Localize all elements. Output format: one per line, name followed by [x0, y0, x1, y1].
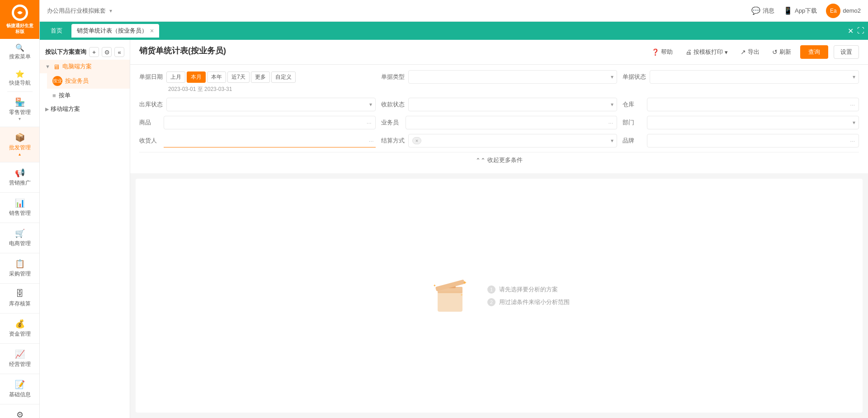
- date-btn-7days[interactable]: 近7天: [227, 71, 250, 83]
- warehouse-picker[interactable]: ···: [647, 98, 859, 111]
- payment-method-field[interactable]: × ▾: [408, 134, 618, 147]
- filter-row-1: 单据日期 上月 本月 本年 近7天 更多 自定义 单据类型: [139, 70, 859, 84]
- payment-status-select[interactable]: [408, 98, 618, 111]
- help-button[interactable]: ❓ 帮助: [648, 46, 676, 58]
- date-btn-this-year[interactable]: 本年: [207, 71, 226, 83]
- doc-status-filter-item: 单据状态: [623, 70, 859, 84]
- tab-label: 销货单统计表（按业务员）: [77, 27, 147, 35]
- sidebar-item-marketing[interactable]: 📢 营销推广: [0, 162, 39, 193]
- consignee-dots-icon: ···: [369, 138, 374, 144]
- content-area: 按以下方案查询 + ⊙ « ▼ 🖥 电脑端方案 按业 按业务员: [40, 40, 868, 418]
- basic-info-icon: 📝: [15, 380, 25, 390]
- purchase-icon: 📋: [15, 259, 25, 269]
- empty-illustration: ✦ ✦ ★: [429, 273, 474, 318]
- sidebar-item-purchase[interactable]: 📋 采购管理: [0, 253, 39, 284]
- sidebar-item-label: 采购管理: [9, 270, 31, 278]
- query-button[interactable]: 查询: [800, 45, 828, 59]
- download-icon: 📱: [783, 6, 793, 15]
- tab-home[interactable]: 首页: [43, 24, 70, 38]
- right-content: 销货单统计表(按业务员) ❓ 帮助 🖨 按模板打印 ▾ ↗ 导出: [130, 40, 868, 418]
- sidebar-item-search[interactable]: 🔍 搜索菜单: [7, 39, 33, 65]
- collapse-label: 收起更多条件: [487, 156, 523, 164]
- filter-row-2: 出库状态 收款状态: [139, 98, 859, 111]
- empty-step-1: 1 请先选择要分析的方案: [487, 285, 570, 294]
- tag-close-btn[interactable]: ×: [415, 138, 418, 143]
- step-1-number: 1: [487, 285, 495, 294]
- sidebar-item-label: 资金管理: [9, 330, 31, 338]
- sidebar-item-finance[interactable]: 💰 资金管理: [0, 314, 39, 344]
- export-button[interactable]: ↗ 导出: [737, 46, 763, 58]
- salesperson-picker[interactable]: ···: [406, 116, 618, 129]
- dept-select[interactable]: [647, 116, 859, 129]
- collapse-panel-button[interactable]: «: [114, 47, 124, 57]
- tab-close-button[interactable]: ×: [150, 27, 154, 34]
- left-panel: 按以下方案查询 + ⊙ « ▼ 🖥 电脑端方案 按业 按业务员: [40, 40, 130, 418]
- page-actions: ❓ 帮助 🖨 按模板打印 ▾ ↗ 导出 ↺ 刷新: [648, 45, 859, 64]
- settings-button[interactable]: 设置: [834, 45, 859, 59]
- sidebar-item-label: 销售管理: [9, 209, 31, 217]
- date-range-text: 2023-03-01 至 2023-03-31: [168, 86, 232, 92]
- message-label: 消息: [763, 7, 774, 15]
- user-profile[interactable]: Ea demo2: [826, 4, 861, 18]
- tree-children: 按业 按业务员 ≡ 按单: [40, 73, 130, 102]
- sidebar-item-retail[interactable]: 🏪 零售管理 ▾: [0, 92, 39, 127]
- tab-maximize-icon[interactable]: ⛶: [857, 27, 864, 35]
- sidebar-item-basic-info[interactable]: 📝 基础信息: [0, 374, 39, 404]
- sidebar-item-inventory[interactable]: 🗄 库存核算: [0, 284, 39, 314]
- mobile-scheme-header[interactable]: ▶ 移动端方案: [40, 102, 130, 116]
- message-action[interactable]: 💬 消息: [751, 6, 774, 15]
- doc-status-select[interactable]: [650, 70, 859, 84]
- desktop-scheme-header[interactable]: ▼ 🖥 电脑端方案: [40, 60, 130, 73]
- outbound-control: [166, 98, 376, 111]
- tab-close-icon[interactable]: ✕: [848, 27, 854, 35]
- sidebar-item-wholesale[interactable]: 📦 批发管理 ▴: [0, 127, 39, 162]
- warehouse-dots: ···: [850, 101, 855, 108]
- by-order-label: 按单: [59, 91, 71, 100]
- doc-type-control: [408, 70, 618, 84]
- doc-type-label: 单据类型: [381, 73, 405, 81]
- brand-label: 品牌: [623, 137, 643, 145]
- tab-bar: 首页 销货单统计表（按业务员） × ✕ ⛶: [40, 22, 868, 40]
- outbound-select[interactable]: [166, 98, 376, 111]
- sidebar-item-label: 批发管理: [9, 144, 31, 152]
- consignee-filter-item: 收货人 ···: [139, 134, 376, 147]
- by-salesperson-leaf[interactable]: 按业 按业务员: [47, 73, 130, 89]
- consignee-input[interactable]: [164, 134, 376, 147]
- payment-method-filter-item: 结算方式 × ▾: [381, 134, 618, 147]
- svg-point-1: [19, 11, 21, 14]
- svg-text:✦: ✦: [462, 280, 467, 286]
- print-button[interactable]: 🖨 按模板打印 ▾: [682, 46, 731, 58]
- breadcrumb-dropdown-icon[interactable]: ▾: [109, 8, 112, 14]
- filter-row-3: 商品 ··· 业务员 ··· 部门: [139, 116, 859, 129]
- edit-scheme-button[interactable]: ⊙: [102, 47, 112, 57]
- sidebar-item-ecommerce[interactable]: 🛒 电商管理: [0, 223, 39, 253]
- sidebar-item-nav[interactable]: ⭐ 快捷导航: [7, 65, 33, 92]
- date-btn-more[interactable]: 更多: [251, 71, 270, 83]
- retail-icon: 🏪: [15, 97, 25, 107]
- date-filter-label: 单据日期: [139, 73, 163, 81]
- sidebar-item-system[interactable]: ⚙ 系统管理: [0, 404, 39, 418]
- sidebar-item-sales[interactable]: 📊 销售管理: [0, 193, 39, 223]
- goods-picker[interactable]: ···: [164, 116, 376, 129]
- empty-step-2: 2 用过滤条件来缩小分析范围: [487, 298, 570, 306]
- salesperson-icon: 按业: [52, 76, 62, 86]
- doc-type-select[interactable]: [408, 70, 618, 84]
- date-btn-this-month[interactable]: 本月: [187, 71, 206, 83]
- tab-active[interactable]: 销货单统计表（按业务员） ×: [71, 24, 159, 38]
- sidebar-item-operations[interactable]: 📈 经营管理: [0, 344, 39, 374]
- refresh-button[interactable]: ↺ 刷新: [769, 46, 795, 58]
- add-scheme-button[interactable]: +: [89, 47, 99, 57]
- order-icon: ≡: [52, 92, 56, 99]
- brand-picker[interactable]: ···: [647, 134, 859, 147]
- top-header: 办公用品行业模拟账套 ▾ 💬 消息 📱 App下载 Ea demo2: [40, 0, 868, 22]
- ecommerce-icon: 🛒: [15, 228, 25, 238]
- salesperson-label: 业务员: [381, 119, 402, 127]
- outbound-filter-item: 出库状态: [139, 98, 376, 111]
- collapse-bar[interactable]: ⌃⌃ 收起更多条件: [139, 152, 859, 168]
- date-btn-custom[interactable]: 自定义: [271, 71, 296, 83]
- app-download-action[interactable]: 📱 App下载: [783, 6, 817, 15]
- computer-icon: 🖥: [53, 63, 60, 71]
- panel-header: 按以下方案查询 + ⊙ «: [40, 44, 130, 60]
- by-order-leaf[interactable]: ≡ 按单: [47, 89, 130, 102]
- date-btn-last-month[interactable]: 上月: [166, 71, 185, 83]
